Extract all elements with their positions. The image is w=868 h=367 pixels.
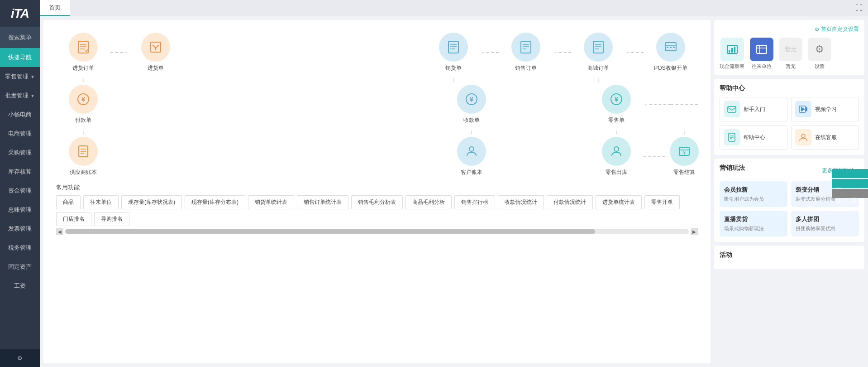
sidebar-item-ecom[interactable]: 小畅电商 (0, 105, 40, 124)
help-item-docs[interactable]: 帮助中心 (720, 125, 787, 150)
video-icon (795, 101, 811, 117)
retail-settle-label: 零售结算 (673, 169, 695, 176)
sidebar: iTA 搜索菜单 快捷导航 零售管理 ▼ 批发管理 ▼ 小畅电商 电商管理 采购… (0, 0, 40, 367)
sidebar-item-inventory[interactable]: 库存核算 (0, 162, 40, 181)
sidebar-item-label: 零售管理 (5, 72, 29, 81)
quick-nav-button[interactable]: 快捷导航 (0, 48, 40, 67)
content-area: 进货订单 → 进货单 (40, 16, 868, 367)
live-title: 直播卖货 (724, 215, 783, 223)
sidebar-item-label: 固定资产 (8, 263, 32, 271)
sales-icon (439, 33, 468, 62)
func-btn-store-rank[interactable]: 门店排名 (56, 212, 91, 226)
flow-node-retail-out[interactable]: 零售出库 (589, 137, 644, 176)
flow-node-pos[interactable]: POS收银开单 (644, 33, 698, 72)
payment-icon: ¥ (69, 85, 98, 114)
sidebar-item-label: 税务管理 (8, 244, 32, 252)
func-btn-stock-status[interactable]: 现存量(库存状况表) (121, 195, 182, 209)
quick-icon-cashflow[interactable]: 现金流量表 (720, 38, 744, 70)
sidebar-item-label: 小畅电商 (8, 111, 32, 119)
scroll-right-btn[interactable]: ▶ (691, 228, 698, 235)
func-btn-receipt-stat[interactable]: 收款情况统计 (498, 195, 544, 209)
quick-access-panel: ⚙ 首页自定义设置 现金流量表 往来单位 (714, 20, 864, 75)
help-item-video[interactable]: 视频学习 (791, 97, 859, 121)
flow-node-sales-order[interactable]: 销售订单 (499, 33, 553, 72)
mail-icon (724, 101, 740, 117)
svg-rect-21 (670, 47, 672, 48)
marketing-member[interactable]: 会员拉新 吸引用户成为会员 (720, 181, 787, 207)
func-btn-goods[interactable]: 商品 (56, 195, 81, 209)
customize-settings-btn[interactable]: ⚙ 首页自定义设置 (720, 25, 859, 33)
gear-icon: ⚙ (17, 355, 23, 362)
func-btn-payment-stat[interactable]: 付款情况统计 (547, 195, 593, 209)
quick-icons-row: 现金流量表 往来单位 暂无 暂无 ⚙ 设置 (720, 38, 859, 70)
sidebar-item-wholesale[interactable]: 批发管理 ▼ (0, 86, 40, 105)
live-desc: 场景式购物新玩法 (724, 225, 783, 232)
quick-icon-settings[interactable]: ⚙ 设置 (808, 38, 831, 70)
sidebar-item-label: 发票管理 (8, 225, 32, 233)
flow-node-sales[interactable]: 销货单 (426, 33, 481, 72)
func-btn-sales-order-stat[interactable]: 销售订单统计表 (297, 195, 348, 209)
svg-text:¥: ¥ (682, 150, 686, 155)
marketing-live[interactable]: 直播卖货 场景式购物新玩法 (720, 211, 787, 237)
flow-node-receipt[interactable]: ¥ 收款单 (444, 85, 499, 124)
sidebar-settings-button[interactable]: ⚙ (0, 349, 40, 367)
flow-node-customer-book[interactable]: 客户账本 (444, 137, 499, 176)
svg-rect-4 (151, 42, 161, 52)
empty-icon: 暂无 (779, 38, 802, 61)
func-btn-guide-rank[interactable]: 导购排名 (94, 212, 129, 226)
flow-node-payment[interactable]: ¥ 付款单 (56, 85, 110, 124)
svg-rect-40 (731, 48, 733, 53)
scroll-left-btn[interactable]: ◀ (56, 228, 63, 235)
service-community-btn[interactable]: 服务社区 (832, 179, 868, 188)
func-btn-purchase-stat[interactable]: 进货单统计表 (596, 195, 642, 209)
quick-icon-empty[interactable]: 暂无 暂无 (779, 38, 802, 70)
activities-title: 活动 (720, 251, 859, 259)
func-btn-sales-rank[interactable]: 销售排行榜 (454, 195, 495, 209)
sidebar-item-tax[interactable]: 税务管理 (0, 238, 40, 257)
sales-order-icon (511, 33, 540, 62)
tab-home[interactable]: 首页 (40, 0, 70, 16)
sidebar-item-finance[interactable]: 资金管理 (0, 181, 40, 200)
service-hotline-btn[interactable]: 客服热线 (832, 169, 868, 178)
func-grid: 商品 往来单位 现存量(库存状况表) 现存量(库存分布表) 销货单统计表 销售订… (56, 195, 698, 226)
desktop-shortcut-btn[interactable]: 桌面快捷 (832, 189, 868, 198)
func-btn-sales-profit[interactable]: 销售毛利分析表 (351, 195, 403, 209)
sidebar-item-assets[interactable]: 固定资产 (0, 257, 40, 276)
sidebar-item-retail[interactable]: 零售管理 ▼ (0, 67, 40, 86)
sales-order-label: 销售订单 (515, 64, 537, 72)
flow-node-mall-order[interactable]: 商城订单 (571, 33, 625, 72)
help-item-service[interactable]: 在线客服 (791, 125, 859, 150)
flow-node-supplier-book[interactable]: 供应商账本 (56, 137, 110, 176)
flow-node-retail-settle[interactable]: ¥ 零售结算 (671, 137, 698, 176)
svg-text:¥: ¥ (81, 96, 85, 103)
func-btn-goods-profit[interactable]: 商品毛利分析 (405, 195, 452, 209)
settings-label: 设置 (815, 63, 825, 70)
scrollbar-track[interactable] (65, 229, 689, 234)
activities-panel: 活动 (714, 246, 864, 269)
sidebar-item-salary[interactable]: 工资 (0, 276, 40, 295)
sidebar-item-label: 资金管理 (8, 187, 32, 195)
sidebar-item-ledger[interactable]: 总账管理 (0, 200, 40, 219)
func-btn-partners[interactable]: 往来单位 (83, 195, 119, 209)
marketing-group[interactable]: 多人拼团 拼团购物享受优惠 (791, 211, 859, 237)
sidebar-item-ecom-mgmt[interactable]: 电商管理 (0, 124, 40, 143)
flow-node-purchase[interactable]: 进货单 (129, 33, 183, 72)
func-btn-sales-stat[interactable]: 销货单统计表 (248, 195, 294, 209)
flow-node-retail-order[interactable]: ¥ 零售单 (589, 85, 644, 124)
quick-icon-partners[interactable]: 往来单位 (750, 38, 773, 70)
sidebar-item-label: 工资 (14, 282, 26, 290)
flow-node-purchase-order[interactable]: 进货订单 (56, 33, 110, 72)
sidebar-item-purchase[interactable]: 采购管理 (0, 143, 40, 162)
func-btn-retail-open[interactable]: 零售开单 (644, 195, 680, 209)
func-btn-stock-dist[interactable]: 现存量(库存分布表) (185, 195, 245, 209)
svg-point-33 (469, 147, 474, 151)
sidebar-item-invoice[interactable]: 发票管理 (0, 219, 40, 238)
mall-order-icon (584, 33, 613, 62)
expand-icon[interactable]: ⛶ (850, 0, 868, 16)
search-menu-button[interactable]: 搜索菜单 (0, 27, 40, 48)
help-item-beginner[interactable]: 新手入门 (720, 97, 787, 121)
docs-label: 帮助中心 (744, 134, 765, 141)
sidebar-item-label: 批发管理 (5, 92, 29, 100)
marketing-title: 营销玩法 (720, 164, 745, 172)
group-title: 多人拼团 (796, 215, 854, 223)
